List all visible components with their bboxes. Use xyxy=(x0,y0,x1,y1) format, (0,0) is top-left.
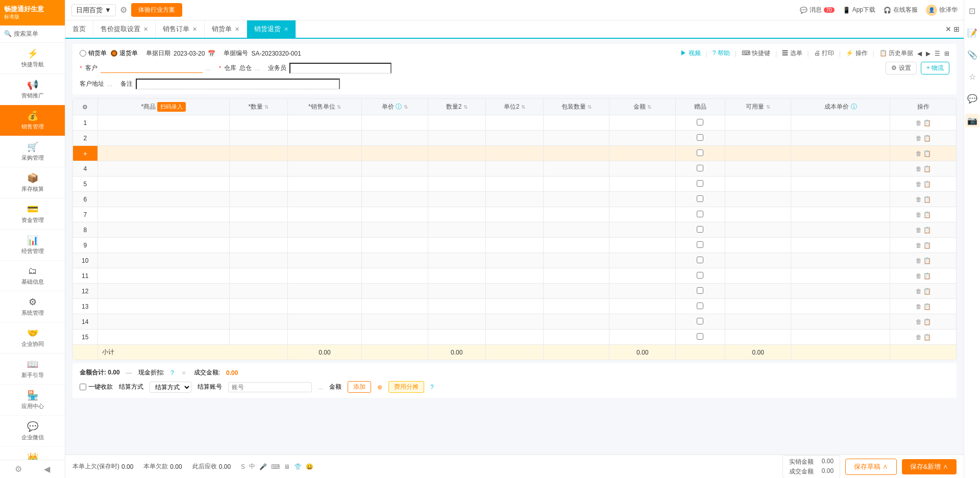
save-draft-button[interactable]: 保存草稿 ∧ xyxy=(845,459,897,475)
cost-price-cell[interactable] xyxy=(791,115,890,131)
rs-attachment-icon[interactable]: 📎 xyxy=(965,48,979,62)
available-cell[interactable] xyxy=(725,284,791,299)
module-select[interactable]: 日用百货 ▼ xyxy=(71,4,116,16)
gift-cell[interactable] xyxy=(675,207,725,222)
sidebar-item-inventory[interactable]: 📦 库存核算 xyxy=(0,167,65,198)
gift-cell[interactable] xyxy=(675,299,725,314)
qty2-cell[interactable] xyxy=(428,192,485,207)
price-cell[interactable] xyxy=(362,222,428,238)
cost-price-cell[interactable] xyxy=(791,299,890,314)
remark-input[interactable] xyxy=(136,79,340,89)
sidebar-collapse-icon[interactable]: ◀ xyxy=(44,464,50,474)
qty-cell[interactable] xyxy=(230,192,287,207)
th-qty2[interactable]: 数量2 ⇅ xyxy=(428,99,485,115)
available-cell[interactable] xyxy=(725,314,791,330)
unit2-cell[interactable] xyxy=(485,192,543,207)
unit-cell[interactable] xyxy=(287,299,362,314)
staff-input[interactable] xyxy=(289,63,391,73)
sidebar-item-purchase[interactable]: 🛒 采购管理 xyxy=(0,136,65,167)
price-cell[interactable] xyxy=(362,177,428,192)
product-input[interactable] xyxy=(100,150,228,157)
prev-record-icon[interactable]: ◀ xyxy=(917,50,922,57)
qty2-cell[interactable] xyxy=(428,207,485,222)
rs-expand-icon[interactable]: ⊡ xyxy=(967,4,977,18)
unit-cell[interactable] xyxy=(287,222,362,238)
product-cell[interactable] xyxy=(97,177,230,192)
unit2-cell[interactable] xyxy=(485,253,543,268)
price-cell[interactable] xyxy=(362,192,428,207)
available-cell[interactable] xyxy=(725,146,791,161)
gift-checkbox[interactable] xyxy=(697,226,703,233)
copy-icon[interactable]: 📋 xyxy=(923,181,931,188)
qty2-cell[interactable] xyxy=(428,177,485,192)
product-cell[interactable] xyxy=(97,161,230,177)
radio-return[interactable]: 退货单 xyxy=(111,49,138,58)
tab-price-setting[interactable]: 售价提取设置 ✕ xyxy=(93,20,156,38)
copy-icon[interactable]: 📋 xyxy=(923,196,931,203)
sidebar-item-shortcuts[interactable]: ⚡ 快捷导航 xyxy=(0,43,65,74)
app-download-item[interactable]: 📱 App下载 xyxy=(843,6,875,14)
sogou-icon[interactable]: S xyxy=(241,463,245,470)
amount-cell[interactable] xyxy=(609,115,675,131)
pkg-qty-cell[interactable] xyxy=(544,146,609,161)
unit-cell[interactable] xyxy=(287,268,362,284)
rs-scan-icon[interactable]: 📷 xyxy=(965,114,979,128)
amount-cell[interactable] xyxy=(609,330,675,345)
customer-dots[interactable]: ... xyxy=(206,65,211,72)
price-cell[interactable] xyxy=(362,284,428,299)
cost-price-cell[interactable] xyxy=(791,131,890,146)
qty2-cell[interactable] xyxy=(428,115,485,131)
amount-cell[interactable] xyxy=(609,131,675,146)
unit2-cell[interactable] xyxy=(485,161,543,177)
qty-cell[interactable] xyxy=(230,177,287,192)
gift-checkbox[interactable] xyxy=(697,318,703,324)
setting-button[interactable]: ⚙ 设置 xyxy=(886,62,916,74)
qty2-cell[interactable] xyxy=(428,146,485,161)
qty-cell[interactable] xyxy=(230,314,287,330)
copy-icon[interactable]: 📋 xyxy=(923,211,931,218)
gift-checkbox[interactable] xyxy=(697,180,703,187)
sidebar-item-member[interactable]: 👑 畅会员 xyxy=(0,447,65,460)
unit-cell[interactable] xyxy=(287,115,362,131)
keyboard-icon[interactable]: ⌨ xyxy=(271,463,280,470)
unit-cell[interactable] xyxy=(287,177,362,192)
cost-price-cell[interactable] xyxy=(791,192,890,207)
qty2-cell[interactable] xyxy=(428,253,485,268)
gift-cell[interactable] xyxy=(675,131,725,146)
copy-icon[interactable]: 📋 xyxy=(923,242,931,249)
pkg-qty-cell[interactable] xyxy=(544,177,609,192)
price-help-icon[interactable]: ⓘ xyxy=(396,103,402,110)
available-cell[interactable] xyxy=(725,299,791,314)
next-record-icon[interactable]: ▶ xyxy=(926,50,930,57)
cost-price-cell[interactable] xyxy=(791,330,890,345)
amount-cell[interactable] xyxy=(609,253,675,268)
unit2-cell[interactable] xyxy=(485,115,543,131)
settlement-select[interactable]: 结算方式 xyxy=(150,382,191,393)
available-cell[interactable] xyxy=(725,177,791,192)
gift-cell[interactable] xyxy=(675,284,725,299)
th-available[interactable]: 可用量 ⇅ xyxy=(725,99,791,115)
qty2-cell[interactable] xyxy=(428,131,485,146)
message-item[interactable]: 💬 消息 70 xyxy=(800,6,835,14)
tab-sales-return-close-icon[interactable]: ✕ xyxy=(284,26,288,33)
address-dots[interactable]: ... xyxy=(107,81,112,88)
tab-sales-slip[interactable]: 销货单 ✕ xyxy=(205,20,247,38)
billing-account-input[interactable] xyxy=(228,382,312,392)
price-cell[interactable] xyxy=(362,146,428,161)
copy-icon[interactable]: 📋 xyxy=(923,165,931,172)
delete-icon[interactable]: 🗑 xyxy=(916,334,922,341)
unit2-cell[interactable] xyxy=(485,131,543,146)
tshirt-icon[interactable]: 👕 xyxy=(294,463,302,470)
pkg-qty-cell[interactable] xyxy=(544,222,609,238)
th-gear[interactable]: ⚙ xyxy=(73,99,98,115)
amount-cell[interactable] xyxy=(609,222,675,238)
sidebar-item-system[interactable]: ⚙ 系统管理 xyxy=(0,291,65,322)
topbar-gear-icon[interactable]: ⚙ xyxy=(120,5,127,15)
pkg-qty-cell[interactable] xyxy=(544,207,609,222)
cta-button[interactable]: 体验行业方案 xyxy=(131,3,182,17)
cost-price-cell[interactable] xyxy=(791,253,890,268)
gift-checkbox[interactable] xyxy=(697,195,703,202)
tabbar-expand-icon[interactable]: ⊞ xyxy=(953,25,960,33)
pkg-qty-cell[interactable] xyxy=(544,238,609,253)
gift-cell[interactable] xyxy=(675,314,725,330)
